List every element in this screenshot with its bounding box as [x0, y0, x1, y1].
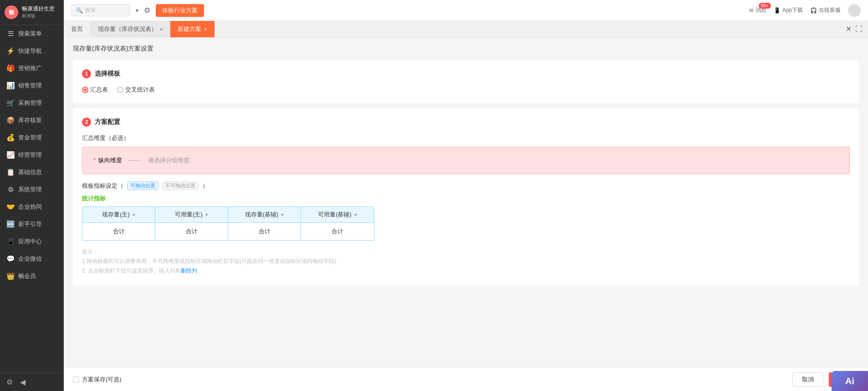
indicator-table: 现存量(主) ▾ 可用量(主) ▾ 现存量(基辅) ▾ 可用量(基辅) ▾ 合计… — [82, 206, 374, 241]
cancel-button[interactable]: 取消 — [792, 372, 823, 387]
sidebar-item-11[interactable]: 🆕 新手引导 — [0, 216, 64, 233]
sidebar-item-5[interactable]: 📦 库存核算 — [0, 112, 64, 129]
indicator-col-header-0[interactable]: 现存量(主) ▾ — [82, 207, 155, 223]
tabbar: 首页 现存量（库存状况表） × 新建方案 × ✕ ⛶ — [64, 21, 868, 37]
tab-new-plan-label: 新建方案 — [178, 25, 201, 33]
settings-icon[interactable]: ⚙ — [6, 378, 13, 386]
radio-summary-label: 汇总表 — [90, 86, 108, 94]
dim-required-mark: * — [93, 157, 96, 164]
ai-label: Ai — [845, 376, 854, 386]
radio-summary-table[interactable]: 汇总表 — [82, 86, 108, 94]
tab-new-plan-close[interactable]: × — [204, 26, 207, 32]
dim-config-box: * 纵向维度 —— 请选择分组维度 — [82, 147, 850, 174]
message-button[interactable]: ✉ 消息 99+ — [749, 6, 766, 14]
indicator-col-header-label-1[interactable]: 可用量(主) ▾ — [155, 207, 228, 223]
sidebar-label-10: 企业协同 — [18, 203, 42, 211]
main-area: 🔍 搜索 ▾ ⚙ 体验行业方案 ✉ 消息 99+ 📱 App下载 🎧 在线客服 — [64, 0, 868, 391]
radio-summary-dot — [82, 87, 88, 93]
sidebar-item-6[interactable]: 💰 资金管理 — [0, 129, 64, 146]
tip-1: 1.拖动标题栏可以调整布局，不可跨维度或指标区域拖动栏目字段(只能在同一维度或指… — [82, 257, 850, 265]
sidebar-icon-9: ⚙ — [6, 185, 15, 194]
stats-label: 统计指标 — [82, 195, 850, 203]
tab-home-label: 首页 — [71, 25, 83, 33]
sidebar-icon-3: 📊 — [6, 82, 15, 90]
sidebar-item-10[interactable]: 🤝 企业协同 — [0, 198, 64, 216]
trial-button[interactable]: 体验行业方案 — [156, 4, 204, 17]
message-badge: 99+ — [759, 3, 771, 9]
sidebar-item-9[interactable]: ⚙ 系统管理 — [0, 181, 64, 198]
save-option[interactable]: 方案保存(可选) — [73, 376, 122, 384]
indicator-col-header-label-0[interactable]: 现存量(主) ▾ — [82, 207, 155, 223]
indicator-section-label: 模板指标设定（ 可拖动位置 不可拖动位置 ） — [82, 181, 850, 190]
indicator-col-header-2[interactable]: 现存量(基辅) ▾ — [228, 207, 301, 223]
indicator-col-value-3: 合计 — [301, 223, 374, 240]
tab-home[interactable]: 首页 — [64, 21, 91, 37]
sidebar-item-7[interactable]: 📈 经营管理 — [0, 146, 64, 164]
tips: 提示： 1.拖动标题栏可以调整布局，不可跨维度或指标区域拖动栏目字段(只能在同一… — [82, 248, 850, 275]
chevron-down-icon-1: ▾ — [205, 212, 208, 218]
sidebar-item-8[interactable]: 📋 基础信息 — [0, 164, 64, 181]
sidebar-label-6: 资金管理 — [18, 134, 42, 142]
section-template-header: 1 选择模板 — [82, 69, 850, 78]
sidebar-item-12[interactable]: 📱 应用中心 — [0, 233, 64, 250]
sidebar-icon-11: 🆕 — [6, 220, 15, 228]
topbar-dropdown[interactable]: ▾ — [136, 7, 138, 14]
sidebar-item-3[interactable]: 📊 销售管理 — [0, 77, 64, 94]
indicator-col-header-label-3[interactable]: 可用量(基辅) ▾ — [301, 207, 374, 223]
tab-inventory[interactable]: 现存量（库存状况表） × — [91, 21, 170, 37]
sidebar-icon-12: 📱 — [6, 237, 15, 246]
sidebar-icon-1: ⚡ — [6, 47, 15, 55]
sidebar-icon-14: 👑 — [6, 272, 15, 280]
message-icon: ✉ — [749, 7, 754, 14]
tip-highlight: 删除列 — [181, 268, 197, 274]
dim-placeholder[interactable]: 请选择分组维度 — [148, 157, 189, 164]
save-checkbox[interactable] — [73, 376, 79, 383]
indicator-col-header-label-2[interactable]: 现存量(基辅) ▾ — [228, 207, 301, 223]
service-icon: 🎧 — [810, 7, 817, 14]
tab-inventory-close[interactable]: × — [160, 26, 163, 32]
section-template-title: 选择模板 — [95, 70, 120, 78]
indicator-col-header-1[interactable]: 可用量(主) ▾ — [155, 207, 228, 223]
service-button[interactable]: 🎧 在线客服 — [810, 6, 841, 14]
tips-label: 提示： — [82, 248, 850, 256]
user-avatar[interactable] — [848, 4, 861, 17]
sidebar-label-12: 应用中心 — [18, 237, 42, 246]
sidebar-item-13[interactable]: 💬 企业微信 — [0, 250, 64, 268]
indicator-col-body-2: 合计 — [228, 223, 301, 240]
indicator-col-header-3[interactable]: 可用量(基辅) ▾ — [301, 207, 374, 223]
sidebar-item-2[interactable]: 🎁 营销推广 — [0, 60, 64, 77]
collapse-icon[interactable]: ◀ — [20, 378, 26, 386]
indicator-table-header: 现存量(主) ▾ 可用量(主) ▾ 现存量(基辅) ▾ 可用量(基辅) ▾ — [82, 207, 374, 223]
search-box[interactable]: 🔍 搜索 — [71, 4, 130, 16]
sidebar-label-8: 基础信息 — [18, 168, 42, 176]
app-name: 畅康通好生意 — [22, 5, 55, 13]
sidebar-nav: ☰ 搜索菜单 ⚡ 快捷导航 🎁 营销推广 📊 销售管理 🛒 采购管理 📦 库存核… — [0, 25, 64, 373]
radio-cross-dot — [117, 87, 123, 93]
sidebar-item-14[interactable]: 👑 畅会员 — [0, 268, 64, 285]
tip-2: 2. 点击标题栏下拉可设置排序、插入列和删除列 — [82, 267, 850, 275]
app-edition: 标准版 — [22, 13, 55, 19]
topbar-settings-icon[interactable]: ⚙ — [144, 6, 150, 15]
sidebar-item-0[interactable]: ☰ 搜索菜单 — [0, 25, 64, 42]
section-config-num: 2 — [82, 118, 91, 127]
dim-field-label: 纵向维度 — [98, 157, 122, 164]
sidebar-icon-7: 📈 — [6, 151, 15, 159]
tabbar-actions: ✕ ⛶ — [846, 25, 868, 33]
topbar-right: ✉ 消息 99+ 📱 App下载 🎧 在线客服 — [749, 4, 861, 17]
indicator-col-value-0: 合计 — [82, 223, 155, 240]
sidebar-label-0: 搜索菜单 — [18, 30, 42, 38]
radio-cross-table[interactable]: 交叉统计表 — [117, 86, 155, 94]
content-area: 现存量(库存状况表)方案设置 1 选择模板 汇总表 交叉统计表 2 — [64, 37, 868, 367]
sidebar-item-1[interactable]: ⚡ 快捷导航 — [0, 42, 64, 60]
expand-icon[interactable]: ⛶ — [855, 25, 863, 33]
app-download-button[interactable]: 📱 App下载 — [774, 6, 803, 14]
sidebar-item-4[interactable]: 🛒 采购管理 — [0, 94, 64, 112]
tab-new-plan[interactable]: 新建方案 × — [170, 21, 214, 37]
search-icon: 🔍 — [76, 7, 83, 14]
sidebar-label-3: 销售管理 — [18, 82, 42, 90]
sidebar-label-5: 库存核算 — [18, 116, 42, 124]
drag-badge: 可拖动位置 — [127, 181, 158, 190]
close-panel-icon[interactable]: ✕ — [846, 25, 852, 33]
ai-badge[interactable]: Ai — [832, 371, 868, 391]
tab-inventory-label: 现存量（库存状况表） — [98, 25, 157, 33]
